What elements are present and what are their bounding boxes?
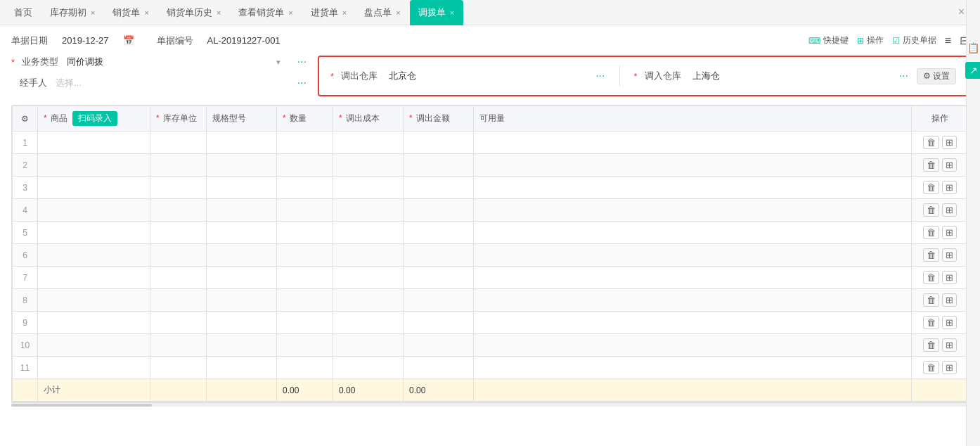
qty-cell[interactable] bbox=[277, 154, 333, 177]
qty-cell[interactable] bbox=[277, 177, 333, 199]
copy-row-btn[interactable]: ⊞ bbox=[942, 271, 957, 284]
copy-row-btn[interactable]: ⊞ bbox=[942, 293, 957, 307]
amount-cell[interactable] bbox=[404, 312, 474, 334]
unit-cell[interactable] bbox=[150, 267, 207, 289]
settings-button[interactable]: ⚙ 设置 bbox=[917, 68, 956, 84]
tab-close-inventory-init[interactable]: × bbox=[91, 8, 95, 17]
business-type-more-btn[interactable]: ··· bbox=[297, 56, 307, 68]
product-cell[interactable] bbox=[38, 154, 150, 177]
gear-header-icon[interactable]: ⚙ bbox=[21, 114, 29, 124]
product-cell[interactable] bbox=[38, 244, 150, 267]
product-cell[interactable] bbox=[38, 289, 150, 312]
tab-close-purchase-order[interactable]: × bbox=[342, 8, 347, 17]
out-warehouse-more-btn[interactable]: ··· bbox=[595, 70, 605, 82]
copy-row-btn[interactable]: ⊞ bbox=[942, 338, 957, 352]
qty-cell[interactable] bbox=[277, 289, 333, 312]
copy-row-btn[interactable]: ⊞ bbox=[942, 316, 957, 329]
amount-cell[interactable] bbox=[404, 132, 474, 154]
qty-cell[interactable] bbox=[277, 244, 333, 267]
history-action[interactable]: ☑ 历史单据 bbox=[892, 34, 936, 46]
spec-cell[interactable] bbox=[207, 132, 277, 154]
copy-row-btn[interactable]: ⊞ bbox=[942, 136, 957, 149]
copy-row-btn[interactable]: ⊞ bbox=[942, 203, 957, 217]
qty-cell[interactable] bbox=[277, 132, 333, 154]
tab-sales-order[interactable]: 销货单 × bbox=[104, 0, 157, 25]
copy-row-btn[interactable]: ⊞ bbox=[942, 361, 957, 374]
delete-row-btn[interactable]: 🗑 bbox=[923, 226, 939, 239]
out-warehouse-value[interactable]: 北京仓 bbox=[389, 70, 416, 82]
delete-row-btn[interactable]: 🗑 bbox=[923, 158, 939, 172]
sidebar-doc-icon[interactable]: 📋 bbox=[967, 42, 979, 53]
scrollbar-thumb[interactable] bbox=[11, 404, 152, 407]
tab-close-inventory-check[interactable]: × bbox=[396, 8, 400, 17]
delete-row-btn[interactable]: 🗑 bbox=[923, 316, 939, 329]
tab-inventory-init[interactable]: 库存期初 × bbox=[41, 0, 104, 25]
cost-cell[interactable] bbox=[333, 222, 404, 244]
in-warehouse-more-btn[interactable]: ··· bbox=[899, 70, 908, 82]
delete-row-btn[interactable]: 🗑 bbox=[923, 136, 939, 149]
tab-sales-history[interactable]: 销货单历史 × bbox=[158, 0, 230, 25]
amount-cell[interactable] bbox=[404, 334, 474, 357]
qty-cell[interactable] bbox=[277, 267, 333, 289]
cost-cell[interactable] bbox=[333, 154, 404, 177]
product-cell[interactable] bbox=[38, 132, 150, 154]
tab-transfer-order[interactable]: 调拨单 × bbox=[410, 0, 463, 25]
calendar-icon[interactable]: 📅 bbox=[123, 35, 134, 46]
spec-cell[interactable] bbox=[207, 222, 277, 244]
sidebar-export-icon[interactable]: ↗ bbox=[965, 62, 981, 79]
product-cell[interactable] bbox=[38, 334, 150, 357]
spec-cell[interactable] bbox=[207, 154, 277, 177]
spec-cell[interactable] bbox=[207, 267, 277, 289]
cost-cell[interactable] bbox=[333, 334, 404, 357]
unit-cell[interactable] bbox=[150, 222, 207, 244]
amount-cell[interactable] bbox=[404, 154, 474, 177]
unit-cell[interactable] bbox=[150, 357, 207, 379]
delete-row-btn[interactable]: 🗑 bbox=[923, 248, 939, 262]
unit-cell[interactable] bbox=[150, 132, 207, 154]
tab-close-sales-history[interactable]: × bbox=[217, 8, 221, 17]
unit-cell[interactable] bbox=[150, 199, 207, 222]
tab-close-view-sales[interactable]: × bbox=[288, 8, 292, 17]
delete-row-btn[interactable]: 🗑 bbox=[923, 203, 939, 217]
unit-cell[interactable] bbox=[150, 244, 207, 267]
amount-cell[interactable] bbox=[404, 244, 474, 267]
product-cell[interactable] bbox=[38, 267, 150, 289]
cost-cell[interactable] bbox=[333, 289, 404, 312]
spec-cell[interactable] bbox=[207, 334, 277, 357]
tab-purchase-order[interactable]: 进货单 × bbox=[302, 0, 356, 25]
delete-row-btn[interactable]: 🗑 bbox=[923, 293, 939, 307]
warehouse-settings[interactable]: ⚙ 设置 bbox=[917, 68, 956, 84]
spec-cell[interactable] bbox=[207, 177, 277, 199]
shortcuts-action[interactable]: ⌨ 快捷键 bbox=[808, 34, 849, 46]
qty-cell[interactable] bbox=[277, 222, 333, 244]
amount-cell[interactable] bbox=[404, 222, 474, 244]
window-close-button[interactable]: × bbox=[958, 6, 965, 18]
copy-row-btn[interactable]: ⊞ bbox=[942, 158, 957, 172]
tab-home[interactable]: 首页 bbox=[6, 0, 41, 25]
copy-row-btn[interactable]: ⊞ bbox=[942, 226, 957, 239]
qty-cell[interactable] bbox=[277, 199, 333, 222]
spec-cell[interactable] bbox=[207, 357, 277, 379]
cost-cell[interactable] bbox=[333, 312, 404, 334]
product-cell[interactable] bbox=[38, 312, 150, 334]
business-type-dropdown[interactable]: 同价调拨 ▾ bbox=[67, 56, 286, 68]
delete-row-btn[interactable]: 🗑 bbox=[923, 361, 939, 374]
handler-placeholder[interactable]: 选择... bbox=[56, 77, 286, 89]
tab-view-sales[interactable]: 查看销货单 × bbox=[230, 0, 302, 25]
unit-cell[interactable] bbox=[150, 289, 207, 312]
cost-cell[interactable] bbox=[333, 267, 404, 289]
amount-cell[interactable] bbox=[404, 289, 474, 312]
copy-row-btn[interactable]: ⊞ bbox=[942, 248, 957, 262]
unit-cell[interactable] bbox=[150, 334, 207, 357]
cost-cell[interactable] bbox=[333, 132, 404, 154]
product-cell[interactable] bbox=[38, 357, 150, 379]
spec-cell[interactable] bbox=[207, 244, 277, 267]
unit-cell[interactable] bbox=[150, 154, 207, 177]
spec-cell[interactable] bbox=[207, 312, 277, 334]
amount-cell[interactable] bbox=[404, 199, 474, 222]
cost-cell[interactable] bbox=[333, 244, 404, 267]
scan-input-button[interactable]: 扫码录入 bbox=[72, 111, 117, 126]
qty-cell[interactable] bbox=[277, 357, 333, 379]
copy-row-btn[interactable]: ⊞ bbox=[942, 181, 957, 194]
delete-row-btn[interactable]: 🗑 bbox=[923, 271, 939, 284]
